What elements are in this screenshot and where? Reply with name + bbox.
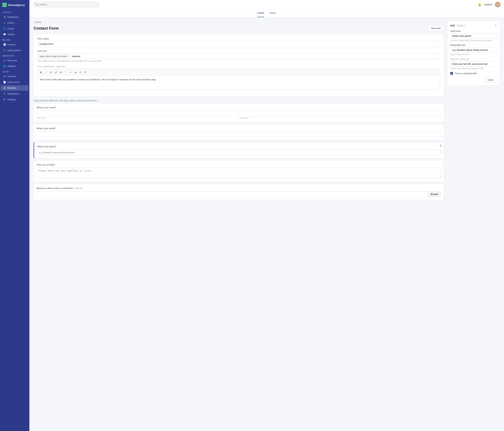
required-checkbox-label[interactable]: This is a required field xyxy=(454,72,477,75)
field-block-help: How can we help? xyxy=(34,161,444,182)
tab-rules[interactable]: Rules xyxy=(270,9,276,17)
app-logo[interactable]: ✦ DemoAgency xyxy=(0,0,29,10)
affiliates-icon: 🌐 xyxy=(3,65,6,68)
help-text-edit-hint: Shown next to the field, supports HTML xyxy=(450,67,497,70)
email-input[interactable] xyxy=(36,131,441,137)
breadcrumb[interactable]: ‹ Forms xyxy=(34,21,444,23)
search-icon: 🔍 xyxy=(35,3,38,6)
placeholder-edit-input[interactable] xyxy=(450,47,497,53)
placeholder-edit-group: Placeholder text Shown inside the field xyxy=(450,44,497,55)
billing-section-label: BILLING xyxy=(0,37,29,42)
link-button[interactable]: 🔗 xyxy=(54,70,58,74)
italic-button[interactable]: I xyxy=(44,70,48,74)
field-screenshot-label: Would you like to add a screenshot? (opt… xyxy=(36,187,441,189)
about-input[interactable] xyxy=(37,150,441,155)
placeholder-edit-label: Placeholder text xyxy=(450,44,497,46)
close-button[interactable]: Close xyxy=(484,77,497,83)
help-text-edit-label: Help text (optional) xyxy=(450,58,497,60)
sidebar-item-order-forms[interactable]: 📄 Order forms xyxy=(1,80,29,85)
sidebar-item-services[interactable]: ⚙ Services xyxy=(1,74,29,79)
sidebar-item-tickets[interactable]: 💬 Tickets xyxy=(1,32,29,37)
sidebar-item-label: Tickets xyxy=(7,33,15,36)
logo-icon: ✦ xyxy=(2,3,7,7)
sidebar-item-discounts[interactable]: 🏷 Discounts xyxy=(1,58,29,63)
form-link-prefix: https://demo.spp.io/contact/ xyxy=(37,53,70,59)
view-form-button[interactable]: View form xyxy=(428,26,444,31)
sidebar-item-label: Subscriptions xyxy=(7,49,21,52)
orders-icon: ≡ xyxy=(3,21,6,24)
sidebar-item-label: Discounts xyxy=(7,59,17,62)
rich-toolbar: B I S 🔗 H " ≡ ≣ ↺ ↻ xyxy=(37,69,440,76)
tabs-bar: Fields Rules xyxy=(29,9,504,17)
main-area: 🔍 🔔 Support Ad Fields Rules ‹ Forms xyxy=(29,0,504,431)
tickets-icon: 💬 xyxy=(3,33,6,36)
topnav-right: 🔔 Support Ad xyxy=(478,2,501,7)
drag-handle-icon[interactable]: ⠿ xyxy=(33,149,35,152)
sidebar-item-label: Settings xyxy=(7,98,16,101)
sidebar-item-label: Invoices xyxy=(7,43,16,46)
form-name-input[interactable] xyxy=(37,41,440,47)
undo-button[interactable]: ↺ xyxy=(78,70,83,74)
first-name-sub-label: First name xyxy=(36,117,238,119)
search-input[interactable] xyxy=(39,3,97,6)
sidebar-item-subscriptions[interactable]: ↻ Subscriptions xyxy=(1,48,29,53)
bold-button[interactable]: B xyxy=(39,70,43,74)
ordered-list-button[interactable]: ≣ xyxy=(73,70,78,74)
required-checkbox[interactable] xyxy=(450,72,453,75)
marketing-section-label: MARKETING xyxy=(0,53,29,58)
browse-button[interactable]: Browse xyxy=(428,191,441,197)
heading-button[interactable]: H xyxy=(58,70,63,74)
sidebar-item-orders[interactable]: ≡ Orders xyxy=(1,20,29,26)
redo-button[interactable]: ↻ xyxy=(83,70,88,74)
edit-panel-footer: Close xyxy=(450,77,497,83)
sidebar-item-settings[interactable]: ⚙ Settings xyxy=(1,97,29,102)
integrations-icon: 🔌 xyxy=(3,92,6,95)
sidebar-item-integrations[interactable]: 🔌 Integrations xyxy=(1,91,29,96)
sidebar-item-invoices[interactable]: 🧾 Invoices xyxy=(1,42,29,47)
top-nav: 🔍 🔔 Support Ad xyxy=(29,0,504,9)
form-link-group: Form link https://demo.spp.io/contact/ Y… xyxy=(37,50,440,62)
quote-button[interactable]: " xyxy=(63,70,68,74)
form-info-label: Form information (optional) xyxy=(37,65,440,68)
support-link[interactable]: Support xyxy=(484,3,492,6)
sidebar-item-label: Orders xyxy=(7,21,14,24)
strikethrough-button[interactable]: S xyxy=(49,70,53,74)
sidebar-item-modules[interactable]: ⊞ Modules xyxy=(1,85,29,91)
drag-hint: Drag and drop fields from the right colu… xyxy=(34,99,444,102)
edit-panel-close-button[interactable]: ✕ xyxy=(495,24,497,27)
help-textarea[interactable] xyxy=(36,168,441,178)
avatar[interactable]: Ad xyxy=(495,2,501,7)
rich-content[interactable]: We'd love to help with any questions, or… xyxy=(37,76,440,90)
sidebar-item-clients[interactable]: 👤 Clients xyxy=(1,26,29,31)
first-name-input[interactable] xyxy=(36,111,238,116)
field-about-label: What is this about? xyxy=(37,145,441,148)
last-name-input[interactable] xyxy=(240,111,441,116)
edit-panel-title-group: Edit field_3 xyxy=(450,24,466,27)
right-panel: Edit field_3 ✕ Field name This field's v… xyxy=(447,21,500,428)
services-icon: ⚙ xyxy=(3,75,6,78)
sidebar-item-affiliates[interactable]: 🌐 Affiliates xyxy=(1,63,29,69)
field-block-about: ⠿ 🗑 What is this about? xyxy=(34,142,444,158)
delete-field-button[interactable]: 🗑 xyxy=(440,144,442,147)
sidebar-item-dashboard[interactable]: ⊞ Dashboard xyxy=(1,14,29,20)
file-input-display xyxy=(36,191,428,197)
edit-panel-header: Edit field_3 ✕ xyxy=(450,24,497,27)
field-name-label: What's your name? xyxy=(36,106,441,109)
field-email-label: What's your email? xyxy=(36,127,441,130)
invoices-icon: 🧾 xyxy=(3,43,6,46)
field-name-edit-group: Field name This field's value will be us… xyxy=(450,30,497,42)
form-link-row: https://demo.spp.io/contact/ xyxy=(37,53,440,59)
field-name-edit-label: Field name xyxy=(450,30,497,32)
tab-fields[interactable]: Fields xyxy=(257,9,264,17)
notifications-icon[interactable]: 🔔 xyxy=(478,3,481,6)
settings-icon: ⚙ xyxy=(3,98,6,101)
activity-section-label: ACTIVITY xyxy=(0,10,29,14)
clients-icon: 👤 xyxy=(3,27,6,30)
page-header: Contact Form View form xyxy=(34,26,444,31)
field-last-name-col: Last name xyxy=(240,111,441,119)
form-link-input[interactable] xyxy=(70,53,440,59)
bullet-list-button[interactable]: ≡ xyxy=(68,70,73,74)
help-text-edit-input[interactable] xyxy=(450,61,497,67)
field-name-edit-input[interactable] xyxy=(450,33,497,39)
search-bar[interactable]: 🔍 xyxy=(33,1,99,8)
